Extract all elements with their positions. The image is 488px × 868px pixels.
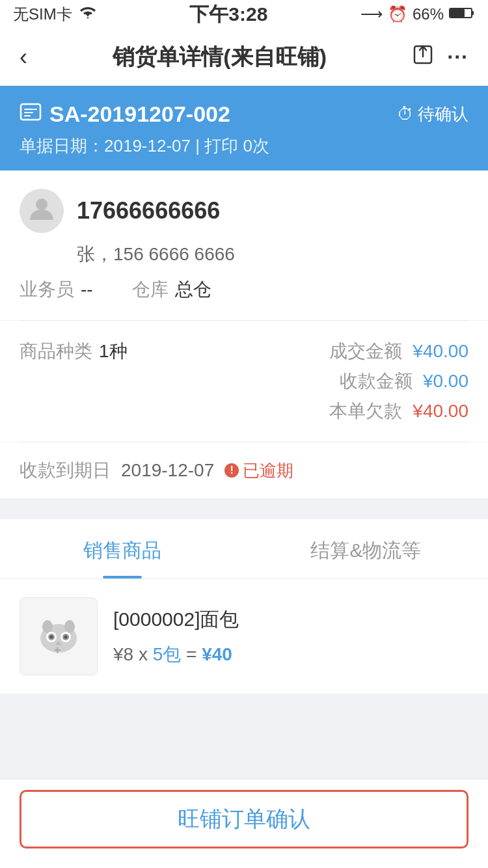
battery-icon xyxy=(449,5,475,23)
summary-right: 成交金额 ¥40.00 收款金额 ¥0.00 本单欠款 ¥40.00 xyxy=(329,339,468,424)
tabs-header: 销售商品 结算&物流等 xyxy=(0,519,488,579)
due-section: 收款到期日 2019-12-07 ! 已逾期 xyxy=(0,442,488,498)
tab-settlement[interactable]: 结算&物流等 xyxy=(244,519,488,578)
received-row: 收款金额 ¥0.00 xyxy=(340,369,468,394)
product-name: [0000002]面包 xyxy=(113,606,468,633)
confirm-button[interactable]: 旺铺订单确认 xyxy=(20,790,468,848)
product-section: + [0000002]面包 ¥8 x 5包 = ¥40 xyxy=(0,579,488,694)
equals-sign: = xyxy=(181,644,202,664)
order-id-row: SA-20191207-002 ⏱ 待确认 xyxy=(20,102,468,127)
wifi-icon xyxy=(79,5,97,23)
received-label: 收款金额 xyxy=(340,369,413,394)
product-logo-icon: + xyxy=(36,619,81,655)
location-icon: ⟶ xyxy=(360,5,383,23)
battery-label: 66% xyxy=(413,5,444,23)
share-icon[interactable] xyxy=(412,44,434,71)
tabs-section: 销售商品 结算&物流等 xyxy=(0,519,488,694)
customer-section: 17666666666 张，156 6666 6666 业务员 -- 仓库 总仓 xyxy=(0,170,488,320)
order-icon xyxy=(20,103,42,126)
avatar xyxy=(20,189,64,233)
price-unit: ¥8 x xyxy=(113,644,153,664)
user-icon xyxy=(27,194,56,228)
svg-rect-1 xyxy=(472,11,474,15)
summary-left: 商品种类 1种 xyxy=(20,339,128,364)
overdue-icon: ! xyxy=(224,463,239,478)
salesperson-item: 业务员 -- xyxy=(20,277,93,302)
salesperson-label: 业务员 xyxy=(20,277,74,302)
owed-label: 本单欠款 xyxy=(329,399,402,424)
type-count: 1种 xyxy=(99,339,128,364)
customer-meta: 业务员 -- 仓库 总仓 xyxy=(20,277,468,302)
amount-label: 成交金额 xyxy=(329,339,402,364)
svg-text:+: + xyxy=(54,644,61,655)
bottom-bar: 旺铺订单确认 xyxy=(0,779,488,868)
owed-value: ¥40.00 xyxy=(413,401,468,422)
svg-point-5 xyxy=(36,198,47,210)
svg-point-14 xyxy=(64,635,68,638)
due-date-value: 2019-12-07 xyxy=(121,460,214,481)
svg-point-8 xyxy=(64,620,75,633)
alarm-icon: ⏰ xyxy=(388,5,407,23)
svg-point-13 xyxy=(50,635,53,638)
status-left: 无SIM卡 xyxy=(13,4,97,25)
product-total: ¥40 xyxy=(202,644,232,664)
warehouse-item: 仓库 总仓 xyxy=(132,277,211,302)
page-title: 销货单详情(来自旺铺) xyxy=(113,42,327,72)
tab-products[interactable]: 销售商品 xyxy=(0,519,244,578)
product-info: [0000002]面包 ¥8 x 5包 = ¥40 xyxy=(113,606,468,667)
customer-row: 17666666666 xyxy=(20,189,468,233)
product-thumbnail: + xyxy=(20,597,98,675)
amount-row: 成交金额 ¥40.00 xyxy=(329,339,468,364)
clock-icon: ⏱ xyxy=(397,104,414,124)
product-price: ¥8 x 5包 = ¥40 xyxy=(113,642,468,667)
received-value: ¥0.00 xyxy=(423,371,468,392)
overdue-text: 已逾期 xyxy=(243,459,293,482)
order-date: 单据日期：2019-12-07 | 打印 0次 xyxy=(20,135,468,157)
type-label: 商品种类 xyxy=(20,339,92,364)
owed-row: 本单欠款 ¥40.00 xyxy=(329,399,468,424)
summary-row: 商品种类 1种 成交金额 ¥40.00 收款金额 ¥0.00 本单欠款 ¥40.… xyxy=(20,339,468,424)
overdue-badge: ! 已逾期 xyxy=(224,459,293,482)
time-display: 下午3:28 xyxy=(189,1,267,28)
nav-right: ··· xyxy=(412,44,468,71)
status-right: ⟶ ⏰ 66% xyxy=(360,5,475,23)
salesperson-value: -- xyxy=(81,279,93,300)
more-icon[interactable]: ··· xyxy=(447,45,468,69)
order-id: SA-20191207-002 xyxy=(20,102,230,127)
warehouse-value: 总仓 xyxy=(175,277,211,302)
status-bar: 无SIM卡 下午3:28 ⟶ ⏰ 66% xyxy=(0,0,488,29)
back-button[interactable]: ‹ xyxy=(20,44,27,71)
summary-section: 商品种类 1种 成交金额 ¥40.00 收款金额 ¥0.00 本单欠款 ¥40.… xyxy=(0,321,488,442)
svg-point-7 xyxy=(42,620,53,633)
customer-phone: 17666666666 xyxy=(77,197,220,224)
warehouse-label: 仓库 xyxy=(132,277,169,302)
product-quantity: 5包 xyxy=(153,644,182,664)
due-date-label: 收款到期日 xyxy=(20,458,111,483)
customer-name: 张，156 6666 6666 xyxy=(77,242,468,267)
order-header-banner: SA-20191207-002 ⏱ 待确认 单据日期：2019-12-07 | … xyxy=(0,86,488,170)
section-divider xyxy=(0,498,488,509)
nav-bar: ‹ 销货单详情(来自旺铺) ··· xyxy=(0,29,488,86)
sim-label: 无SIM卡 xyxy=(13,4,72,25)
product-item: + [0000002]面包 ¥8 x 5包 = ¥40 xyxy=(0,579,488,694)
amount-value: ¥40.00 xyxy=(413,341,468,362)
order-status: ⏱ 待确认 xyxy=(397,103,468,126)
svg-rect-2 xyxy=(450,9,465,17)
